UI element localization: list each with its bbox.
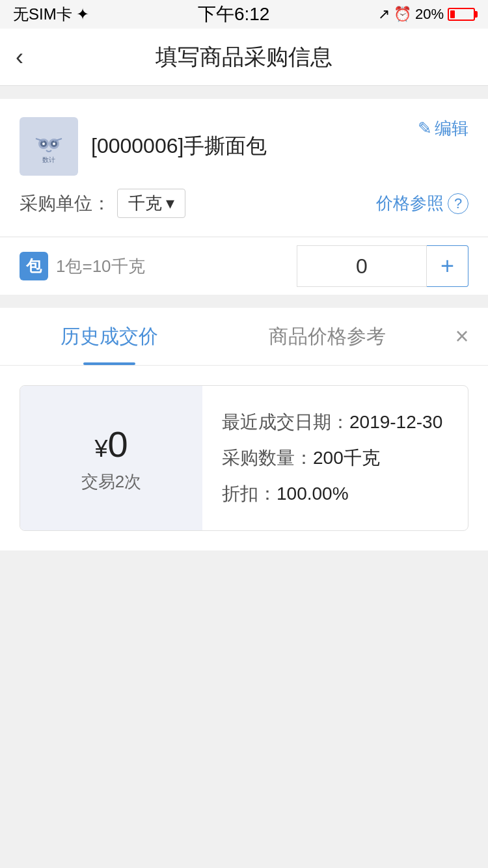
discount-value: 100.00%: [277, 483, 349, 504]
history-price-section: ¥0 交易2次: [20, 386, 202, 530]
discount-row: 折扣：100.00%: [222, 481, 448, 506]
tab-bar: 历史成交价 商品价格参考 ×: [0, 308, 488, 366]
unit-badge: 包: [20, 252, 48, 280]
status-right: ↗ ⏰ 20%: [378, 6, 475, 23]
unit-dropdown-arrow: ▾: [166, 193, 174, 213]
edit-button[interactable]: ✎ 编辑: [418, 117, 468, 140]
location-icon: ↗: [378, 6, 390, 23]
carrier-text: 无SIM卡 ✦: [13, 4, 89, 25]
recent-date-label: 最近成交日期：: [222, 412, 349, 432]
history-detail-section: 最近成交日期：2019-12-30 采购数量：200千克 折扣：100.00%: [202, 386, 468, 530]
product-name: [0000006]手撕面包: [91, 132, 267, 161]
trade-count: 交易2次: [81, 470, 141, 493]
product-unit-row: 采购单位： 千克 ▾ 价格参照 ?: [20, 189, 468, 218]
unit-select[interactable]: 千克 ▾: [117, 189, 185, 218]
price-value: 0: [107, 424, 128, 465]
quantity-input[interactable]: [297, 245, 427, 287]
svg-point-5: [53, 142, 55, 145]
purchase-qty-value: 200千克: [313, 448, 380, 468]
product-left: 数计 [0000006]手撕面包: [20, 117, 267, 176]
nav-bar: ‹ 填写商品采购信息: [0, 29, 488, 86]
price-ref-help-icon: ?: [448, 193, 468, 214]
recent-date-row: 最近成交日期：2019-12-30: [222, 409, 448, 435]
quantity-unit-info: 包 1包=10千克: [20, 252, 145, 280]
alarm-icon: ⏰: [394, 6, 411, 23]
tab-history-price[interactable]: 历史成交价: [0, 308, 218, 365]
tab-price-reference[interactable]: 商品价格参考: [218, 308, 436, 365]
tab-section: 历史成交价 商品价格参考 × ¥0 交易2次 最近成交日期：2019-12-30…: [0, 308, 488, 550]
bottom-area: [0, 550, 488, 868]
price-ref-button[interactable]: 价格参照 ?: [376, 192, 468, 215]
back-button[interactable]: ‹: [16, 44, 23, 71]
price-ref-label: 价格参照: [376, 192, 444, 215]
product-header: 数计 [0000006]手撕面包 ✎ 编辑: [20, 117, 468, 176]
quantity-control: +: [297, 245, 468, 287]
edit-label: 编辑: [435, 117, 468, 140]
status-left: 无SIM卡 ✦: [13, 4, 89, 25]
unit-value: 千克: [128, 192, 162, 215]
history-price: ¥0: [94, 423, 128, 465]
unit-label: 采购单位：: [20, 191, 111, 216]
tab-close-button[interactable]: ×: [436, 308, 488, 365]
quantity-section: 包 1包=10千克 +: [0, 237, 488, 295]
purchase-qty-row: 采购数量：200千克: [222, 445, 448, 470]
svg-text:数计: 数计: [42, 156, 55, 163]
quantity-plus-button[interactable]: +: [427, 245, 468, 287]
history-card: ¥0 交易2次 最近成交日期：2019-12-30 采购数量：200千克 折扣：…: [20, 385, 468, 531]
recent-date-value: 2019-12-30: [349, 412, 442, 432]
history-content: ¥0 交易2次 最近成交日期：2019-12-30 采购数量：200千克 折扣：…: [0, 366, 488, 550]
status-time: 下午6:12: [198, 2, 270, 27]
product-card: 数计 [0000006]手撕面包 ✎ 编辑 采购单位： 千克 ▾ 价格参照 ?: [0, 99, 488, 236]
discount-label: 折扣：: [222, 483, 277, 504]
product-logo-icon: 数计: [29, 127, 68, 166]
battery-icon: [448, 8, 475, 21]
battery-pct: 20%: [415, 6, 444, 23]
edit-icon: ✎: [418, 118, 432, 139]
purchase-qty-label: 采购数量：: [222, 448, 313, 468]
page-title: 填写商品采购信息: [156, 42, 332, 72]
svg-point-4: [42, 142, 45, 145]
product-thumbnail: 数计: [20, 117, 78, 176]
price-currency: ¥: [94, 435, 107, 462]
status-bar: 无SIM卡 ✦ 下午6:12 ↗ ⏰ 20%: [0, 0, 488, 29]
unit-conversion: 1包=10千克: [56, 255, 145, 278]
